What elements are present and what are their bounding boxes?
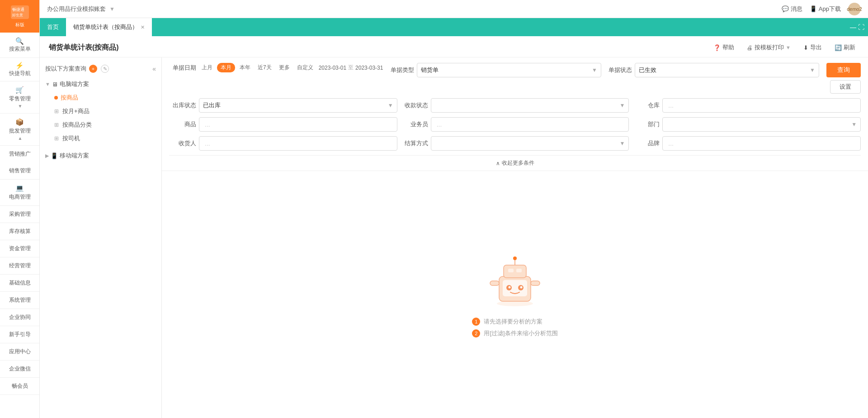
sidebar-item-search[interactable]: 🔍 搜索菜单 — [0, 33, 39, 58]
filter-item-warehouse: 仓库 ... — [632, 98, 861, 113]
svg-text:畅捷通: 畅捷通 — [12, 7, 24, 12]
outstatus-select[interactable]: 已出库 ▼ — [199, 98, 397, 113]
top-bar-left: 办公用品行业模拟账套 ▼ — [47, 5, 115, 13]
sidebar-item-inventory[interactable]: 库存核算 — [0, 223, 39, 240]
chevron-down-icon2: ▼ — [810, 67, 815, 73]
date-btn-thismonth[interactable]: 本月 — [217, 63, 235, 72]
scheme-child-by-driver[interactable]: ⊞ 按司机 — [40, 132, 161, 145]
warehouse-label: 仓库 — [632, 101, 660, 109]
edit-scheme-btn[interactable]: ✎ — [101, 65, 109, 73]
ellipsis-icon5[interactable]: ... — [666, 140, 675, 147]
tab-home[interactable]: 首页 — [40, 18, 66, 36]
app-download-btn[interactable]: 📱 App下载 — [810, 5, 841, 13]
sidebar-item-operations[interactable]: 经营管理 — [0, 257, 39, 275]
sidebar-item-enterprise-wechat[interactable]: 企业微信 — [0, 361, 39, 378]
add-scheme-btn[interactable]: + — [89, 65, 97, 73]
avatar[interactable]: demo2 — [848, 3, 861, 15]
warehouse-input[interactable]: ... — [662, 98, 861, 113]
sidebar-item-enterprise-collab[interactable]: 企业协同 — [0, 309, 39, 326]
recipient-input[interactable]: ... — [199, 136, 397, 151]
sidebar-item-retail[interactable]: 🛒 零售管理 ▼ — [0, 81, 39, 114]
goods-input[interactable]: ... — [199, 117, 397, 132]
svg-point-14 — [513, 256, 517, 260]
logo[interactable]: 畅捷通 好生意 标版 — [0, 0, 39, 33]
filter-item-outstatus: 出库状态 已出库 ▼ — [169, 98, 397, 113]
reset-btn[interactable]: 设置 — [830, 80, 861, 94]
ellipsis-icon[interactable]: ... — [666, 102, 675, 109]
tab-bar: 首页 销货单统计表（按商品） ✕ — ⛶ — [40, 18, 868, 36]
sidebar-item-purchase[interactable]: 采购管理 — [0, 206, 39, 223]
sidebar-item-appcenter[interactable]: 应用中心 — [0, 343, 39, 361]
scheme-child-by-month-goods[interactable]: ⊞ 按月+商品 — [40, 104, 161, 118]
chevron-down-icon5: ▼ — [851, 121, 857, 128]
retail-icon: 🛒 — [15, 86, 24, 94]
query-buttons: 查询 设置 — [823, 63, 861, 94]
collapse-sidebar-btn[interactable]: « — [152, 65, 156, 72]
settle-select[interactable]: ▼ — [431, 136, 629, 151]
chevron-down-icon3: ▼ — [388, 102, 393, 109]
export-icon: ⬇ — [803, 44, 808, 51]
salesman-input[interactable]: ... — [431, 117, 629, 132]
docstatus-label: 单据状态 — [605, 66, 632, 74]
date-btn-thisyear[interactable]: 本年 — [237, 63, 253, 72]
scheme-parent-mobile[interactable]: ▶ 📱 移动端方案 — [40, 149, 161, 162]
scheme-parent-desktop[interactable]: ▼ 🖥 电脑端方案 — [40, 77, 161, 91]
brand-input[interactable]: ... — [662, 136, 861, 151]
filter-row-4: 收货人 ... 结算方式 ▼ — [169, 136, 861, 151]
grid-icon3: ⊞ — [54, 135, 59, 142]
ellipsis-icon3[interactable]: ... — [435, 121, 444, 128]
chevron-down-icon: ▼ — [18, 104, 23, 109]
export-btn[interactable]: ⬇ 导出 — [800, 42, 826, 53]
scheme-child-by-goods[interactable]: 按商品 — [40, 91, 161, 104]
sidebar-item-wholesale[interactable]: 📦 批发管理 ▲ — [0, 114, 39, 146]
doctype-select[interactable]: 销货单 ▼ — [417, 63, 601, 77]
sidebar-item-newuser[interactable]: 新手引导 — [0, 326, 39, 343]
svg-point-3 — [497, 301, 533, 306]
sidebar-item-member[interactable]: 畅会员 — [0, 378, 39, 395]
query-btn[interactable]: 查询 — [826, 63, 861, 77]
tab-controls: — ⛶ — [850, 24, 868, 31]
refresh-btn[interactable]: 🔄 刷新 — [831, 42, 859, 53]
sidebar-item-sales[interactable]: 销售管理 — [0, 162, 39, 180]
template-print-btn[interactable]: 🖨 按模板打印 ▼ — [743, 42, 794, 53]
date-filter-group: 上月 本月 本年 近7天 更多 自定义 2023-03-01 至 — [199, 63, 383, 72]
filter-item-recipient: 收货人 ... — [169, 136, 397, 151]
date-btn-custom[interactable]: 自定义 — [294, 63, 316, 72]
collapse-bar[interactable]: ∧ 收起更多条件 — [169, 155, 861, 171]
docstatus-select[interactable]: 已生效 ▼ — [635, 63, 819, 77]
tip-num-1: 1 — [472, 318, 480, 326]
date-btn-more[interactable]: 更多 — [276, 63, 292, 72]
outstatus-label: 出库状态 — [169, 101, 196, 109]
sidebar-item-system[interactable]: 系统管理 — [0, 292, 39, 309]
chevron-down-icon: ▼ — [786, 45, 791, 50]
page-header: 销货单统计表(按商品) ❓ 帮助 🖨 按模板打印 ▼ ⬇ 导出 🔄 刷新 — [40, 36, 868, 57]
message-btn[interactable]: 💬 消息 — [782, 5, 802, 13]
sidebar-item-finance[interactable]: 资金管理 — [0, 240, 39, 257]
sidebar-item-quicknav[interactable]: ⚡ 快捷导航 — [0, 58, 39, 81]
filter-item-dept: 部门 ▼ — [632, 117, 861, 132]
scheme-group-desktop: ▼ 🖥 电脑端方案 按商品 ⊞ 按月+商品 ⊞ 按商品分类 — [40, 76, 161, 147]
date-btn-lastmonth[interactable]: 上月 — [199, 63, 215, 72]
tab-active[interactable]: 销货单统计表（按商品） ✕ — [66, 18, 152, 36]
filter-item-salesman: 业务员 ... — [401, 117, 629, 132]
minimize-icon[interactable]: — — [850, 24, 856, 31]
sidebar-item-ecommerce[interactable]: 💻 电商管理 — [0, 180, 39, 206]
svg-rect-16 — [516, 269, 522, 272]
ellipsis-icon4[interactable]: ... — [203, 140, 212, 147]
sidebar-item-basic[interactable]: 基础信息 — [0, 275, 39, 292]
print-icon: 🖨 — [747, 44, 753, 51]
top-bar-right: 💬 消息 📱 App下载 demo2 — [782, 3, 861, 15]
receiptstatus-select[interactable]: ▼ — [431, 98, 629, 113]
tab-close-icon[interactable]: ✕ — [141, 24, 145, 30]
ellipsis-icon2[interactable]: ... — [203, 121, 212, 128]
filter-row-3: 商品 ... 业务员 ... — [169, 117, 861, 132]
maximize-icon[interactable]: ⛶ — [858, 24, 864, 31]
date-btn-7days[interactable]: 近7天 — [255, 63, 274, 72]
filter-item-brand: 品牌 ... — [632, 136, 861, 151]
filter-result-area: 按以下方案查询 + ✎ « ▼ 🖥 电脑端方案 按商品 — [40, 57, 868, 418]
sidebar-item-marketing[interactable]: 营销推广 — [0, 146, 39, 162]
scheme-child-by-category[interactable]: ⊞ 按商品分类 — [40, 118, 161, 132]
dept-select[interactable]: ▼ — [662, 117, 861, 132]
mobile-icon: 📱 — [51, 152, 58, 159]
help-btn[interactable]: ❓ 帮助 — [710, 42, 738, 53]
